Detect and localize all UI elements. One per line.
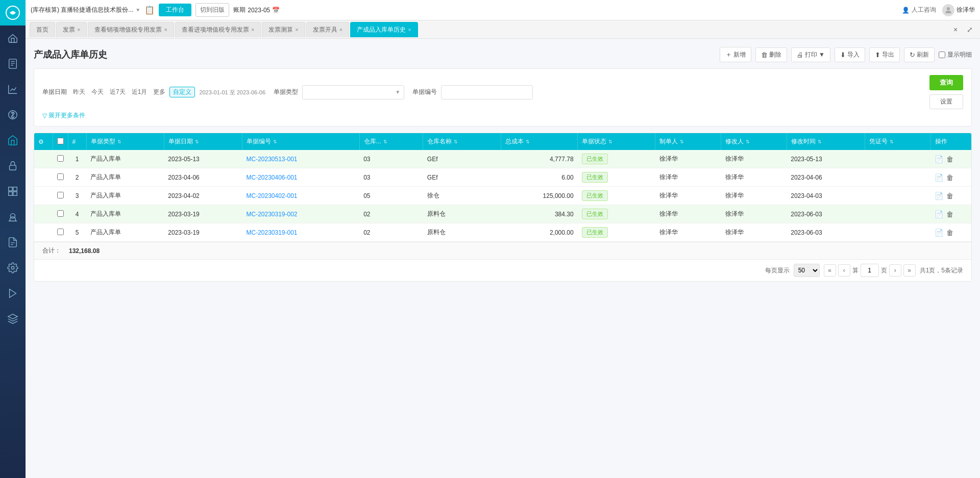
period-label: 账期 — [233, 6, 246, 14]
row-edit-icon[interactable]: 📄 — [935, 173, 943, 182]
page-first-button[interactable]: « — [824, 264, 836, 276]
tab-home[interactable]: 首页 — [30, 22, 55, 37]
sidebar-item-report[interactable] — [0, 230, 26, 255]
tab-invoice-issue-close[interactable]: × — [339, 27, 342, 33]
new-button[interactable]: ＋ 新增 — [720, 47, 751, 62]
sidebar-item-document[interactable] — [0, 51, 26, 77]
row-delete-icon[interactable]: 🗑 — [946, 173, 953, 182]
date-shortcuts: 昨天 今天 近7天 近1月 更多 自定义 — [71, 87, 195, 97]
sidebar-item-settings[interactable] — [0, 255, 26, 281]
export-button[interactable]: ⬆ 导出 — [869, 47, 900, 62]
old-version-button[interactable]: 切到旧版 — [195, 3, 229, 17]
tab-invoice-calc[interactable]: 发票测算 × — [262, 22, 305, 37]
tab-fullscreen[interactable]: ⤢ — [964, 23, 976, 36]
row-checkbox-3[interactable] — [57, 210, 64, 217]
logo[interactable] — [0, 0, 26, 26]
th-modifier-label: 修改人 — [725, 137, 744, 146]
company-selector[interactable]: (库存核算) 直播轻捷通信息技术股份... ▼ — [31, 6, 140, 14]
number-filter-input[interactable] — [441, 85, 533, 99]
row-delete-icon[interactable]: 🗑 — [946, 210, 953, 218]
delete-button[interactable]: 🗑 删除 — [755, 47, 787, 62]
sidebar-item-grid[interactable] — [0, 179, 26, 204]
th-voucher[interactable]: 凭证号 ⇅ — [865, 133, 930, 150]
page-last-button[interactable]: » — [903, 264, 916, 276]
th-modify-time[interactable]: 修改时间 ⇅ — [787, 133, 865, 150]
shortcut-yesterday[interactable]: 昨天 — [71, 87, 87, 97]
tab-purchase-vat[interactable]: 查看进项增值税专用发票 × — [175, 22, 261, 37]
query-button[interactable]: 查询 — [929, 75, 963, 90]
row-checkbox-1[interactable] — [57, 173, 64, 180]
shortcut-7days[interactable]: 近7天 — [108, 87, 128, 97]
cell-number-link[interactable]: MC-20230319-001 — [246, 229, 297, 236]
row-delete-icon[interactable]: 🗑 — [946, 192, 953, 200]
sidebar-item-lock[interactable] — [0, 153, 26, 179]
th-date[interactable]: 单据日期 ⇅ — [164, 133, 242, 150]
th-settings[interactable]: ⚙ — [34, 133, 53, 150]
import-button[interactable]: ⬇ 导入 — [835, 47, 865, 62]
tab-purchase-vat-close[interactable]: × — [251, 27, 254, 33]
expand-filter[interactable]: ▽ 展开更多条件 — [42, 111, 963, 120]
select-all-checkbox[interactable] — [57, 138, 64, 144]
row-edit-icon[interactable]: 📄 — [935, 192, 943, 200]
user-info[interactable]: 徐泽华 — [942, 4, 975, 16]
sidebar-item-version[interactable] — [0, 306, 26, 332]
doc-icon[interactable]: 📋 — [144, 5, 155, 15]
th-modifier[interactable]: 修改人 ⇅ — [721, 133, 787, 150]
tab-product-inbound[interactable]: 产成品入库单历史 × — [350, 22, 418, 37]
cell-number: MC-20230319-001 — [242, 223, 359, 242]
th-warehouse-name-label: 仓库名称 — [427, 137, 452, 146]
cell-number-link[interactable]: MC-20230319-002 — [246, 211, 297, 218]
sidebar-item-stamp[interactable] — [0, 204, 26, 230]
print-button[interactable]: 🖨 打印 ▼ — [791, 47, 830, 62]
tab-invoice-issue[interactable]: 发票开具 × — [306, 22, 349, 37]
calendar-icon[interactable]: 📅 — [272, 7, 280, 14]
setting-button[interactable]: 设置 — [929, 94, 963, 109]
tab-sales-vat[interactable]: 查看销项增值税专用发票 × — [88, 22, 174, 37]
page-size-select[interactable]: 50 100 200 — [794, 264, 820, 277]
cell-number-link[interactable]: MC-20230406-001 — [246, 174, 297, 181]
main-content: (库存核算) 直播轻捷通信息技术股份... ▼ 📋 工作台 切到旧版 账期 20… — [26, 0, 980, 478]
page-prev-button[interactable]: ‹ — [838, 264, 850, 276]
shortcut-today[interactable]: 今天 — [89, 87, 106, 97]
th-warehouse-code[interactable]: 仓库... ⇅ — [359, 133, 423, 150]
show-detail-checkbox[interactable] — [939, 52, 945, 58]
th-total-cost[interactable]: 总成本 ⇅ — [501, 133, 577, 150]
row-checkbox-0[interactable] — [57, 155, 64, 162]
type-select[interactable] — [302, 85, 404, 99]
page-number-input[interactable] — [861, 264, 879, 277]
refresh-button[interactable]: ↻ 刷新 — [904, 47, 935, 62]
cell-warehouse-name: 原料仓 — [423, 223, 501, 242]
row-delete-icon[interactable]: 🗑 — [946, 155, 953, 163]
shortcut-1month[interactable]: 近1月 — [130, 87, 150, 97]
cell-number-link[interactable]: MC-20230513-001 — [246, 156, 297, 163]
th-warehouse-name[interactable]: 仓库名称 ⇅ — [423, 133, 501, 150]
page-next-button[interactable]: › — [889, 264, 901, 276]
tab-product-inbound-close[interactable]: × — [408, 27, 411, 33]
shortcut-more[interactable]: 更多 — [151, 87, 167, 97]
th-number[interactable]: 单据编号 ⇅ — [242, 133, 359, 150]
workspace-button[interactable]: 工作台 — [159, 4, 191, 16]
row-checkbox-4[interactable] — [57, 229, 64, 235]
row-edit-icon[interactable]: 📄 — [935, 155, 943, 163]
th-status[interactable]: 单据状态 ⇅ — [578, 133, 655, 150]
row-edit-icon[interactable]: 📄 — [935, 210, 943, 218]
sidebar-item-warehouse[interactable] — [0, 128, 26, 153]
sidebar-item-play[interactable] — [0, 281, 26, 306]
tab-sales-vat-close[interactable]: × — [164, 27, 167, 33]
th-creator[interactable]: 制单人 ⇅ — [655, 133, 721, 150]
sidebar-item-chart[interactable] — [0, 77, 26, 102]
shortcut-custom[interactable]: 自定义 — [169, 87, 195, 97]
row-checkbox-2[interactable] — [57, 192, 64, 198]
sidebar-item-finance[interactable] — [0, 102, 26, 128]
cell-warehouse-code: 03 — [359, 168, 423, 187]
tab-invoice-calc-close[interactable]: × — [295, 27, 298, 33]
th-type[interactable]: 单据类型 ⇅ — [86, 133, 164, 150]
tab-close-all[interactable]: × — [949, 23, 962, 36]
tab-invoice[interactable]: 发票 × — [56, 22, 87, 37]
tab-invoice-close[interactable]: × — [77, 27, 80, 33]
sidebar-item-home[interactable] — [0, 26, 26, 51]
cell-number-link[interactable]: MC-20230402-001 — [246, 192, 297, 199]
service-button[interactable]: 👤 人工咨询 — [902, 6, 936, 14]
row-edit-icon[interactable]: 📄 — [935, 229, 943, 237]
row-delete-icon[interactable]: 🗑 — [946, 229, 953, 237]
